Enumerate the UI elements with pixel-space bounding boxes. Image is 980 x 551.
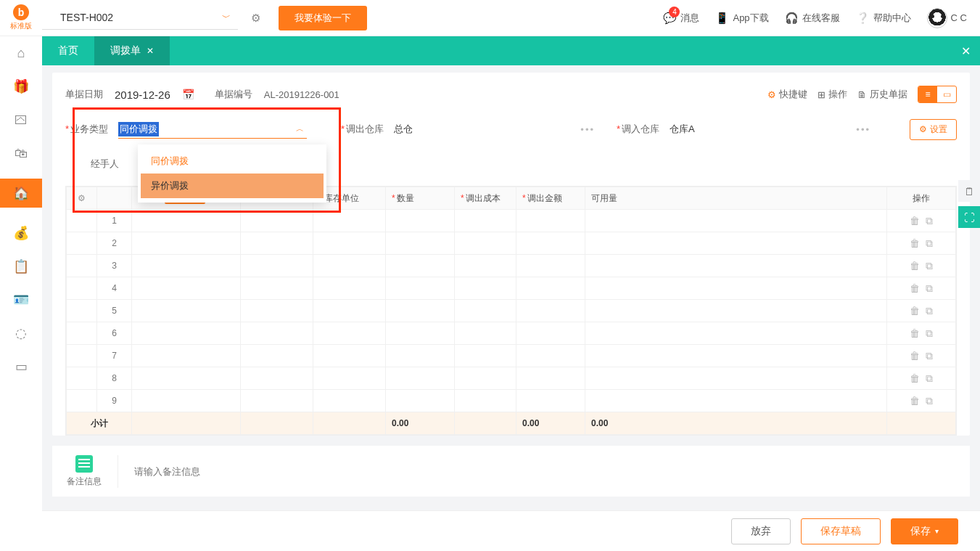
row-copy-icon[interactable]: ⧉ [926,260,933,272]
col-out-cost: *调出成本 [455,187,516,210]
view-toggle: ≡ ▭ [918,86,957,103]
messages-link[interactable]: 💬 消息 4 [663,12,699,25]
table-row[interactable]: 3🗑 ⧉ [67,255,956,277]
table-row[interactable]: 6🗑 ⧉ [67,322,956,345]
table-row[interactable]: 9🗑 ⧉ [67,390,956,412]
try-button[interactable]: 我要体验一下 [279,6,367,30]
out-warehouse-field[interactable]: *调出仓库 总仓 ••• [341,123,617,136]
top-header: b 标准版 TEST-H002 ﹀ ⚙ 我要体验一下 💬 消息 4 📱 App下… [0,0,980,36]
nav-gift-icon[interactable]: 🎁 [13,78,29,94]
save-draft-button[interactable]: 保存草稿 [801,518,881,544]
save-button[interactable]: 保存▾ [891,518,958,544]
float-expand-icon[interactable]: ⛶ [958,206,980,228]
out-warehouse-value: 总仓 [394,123,413,136]
settings-button[interactable]: ⚙设置 [910,119,957,140]
in-warehouse-field[interactable]: *调入仓库 仓库A ••• [617,123,892,136]
user-menu[interactable]: C C [927,8,967,28]
row-delete-icon[interactable]: 🗑 [910,372,920,384]
chevron-down-icon: ▾ [935,527,939,535]
chevron-up-icon: ︿ [296,123,304,134]
table-row[interactable]: 2🗑 ⧉ [67,232,956,255]
calendar-icon[interactable]: 📅 [182,89,194,100]
business-type-dropdown: 同价调拨 异价调拨 [138,144,326,203]
date-label: 单据日期 [65,88,103,101]
col-out-amount: *调出金额 [516,187,585,210]
row-delete-icon[interactable]: 🗑 [910,237,920,249]
discard-button[interactable]: 放弃 [731,518,791,544]
row-copy-icon[interactable]: ⧉ [926,395,933,407]
subtotal-row: 小计 0.00 0.00 0.00 [67,412,956,435]
table-row[interactable]: 1🗑 ⧉ [67,210,956,232]
table-row[interactable]: 7🗑 ⧉ [67,345,956,367]
row-copy-icon[interactable]: ⧉ [926,305,933,317]
org-select[interactable]: TEST-H002 ﹀ [42,7,238,30]
doc-icon: 🗎 [857,89,867,100]
nav-new-icon[interactable]: ▭ [13,359,29,375]
subtotal-amount: 0.00 [516,412,585,435]
tab-transfer-order[interactable]: 调拨单 ✕ [94,36,170,65]
items-table: ⚙ *商品扫码录入 规格型号 *库存单位 *数量 *调出成本 *调出金额 可用量… [66,187,956,435]
nav-clipboard-icon[interactable]: 📋 [13,258,29,274]
col-avail: 可用量 [585,187,887,210]
docno-label: 单据编号 [215,88,252,101]
row-copy-icon[interactable]: ⧉ [926,215,933,226]
view-list-icon[interactable]: ≡ [918,86,937,102]
shortcut-link[interactable]: ⚙快捷键 [767,88,807,101]
messages-label: 消息 [680,12,699,25]
float-note-icon[interactable]: 🗒 [958,180,980,202]
main-panel: 单据日期 2019-12-26 📅 单据编号 AL-20191226-001 ⚙… [42,65,980,551]
row-delete-icon[interactable]: 🗑 [910,327,920,339]
col-operate: 操作 [887,187,956,210]
messages-badge: 4 [669,7,680,17]
row-delete-icon[interactable]: 🗑 [910,305,920,317]
table-row[interactable]: 5🗑 ⧉ [67,300,956,322]
org-settings-icon[interactable]: ⚙ [251,12,260,25]
customer-service-link[interactable]: 🎧 在线客服 [785,12,840,25]
gear-icon: ⚙ [919,124,927,134]
note-icon [75,455,93,473]
more-icon[interactable]: ••• [856,124,870,135]
nav-warehouse-icon[interactable]: 🏠 [0,179,42,208]
nav-house-up-icon[interactable]: ⮹ [13,112,29,128]
docno-value: AL-20191226-001 [264,89,339,100]
history-link[interactable]: 🗎历史单据 [857,88,907,101]
app-download-link[interactable]: 📱 App下载 [715,12,768,25]
row-copy-icon[interactable]: ⧉ [926,327,933,339]
option-same-price[interactable]: 同价调拨 [141,149,324,174]
table-row[interactable]: 8🗑 ⧉ [67,367,956,390]
logo-icon: b [13,4,29,20]
row-copy-icon[interactable]: ⧉ [926,350,933,362]
row-delete-icon[interactable]: 🗑 [910,215,920,226]
nav-bag-icon[interactable]: 🛍 [13,145,29,161]
close-all-tabs-icon[interactable]: ✕ [951,36,980,65]
edition-label: 标准版 [10,21,32,31]
row-delete-icon[interactable]: 🗑 [910,350,920,362]
row-delete-icon[interactable]: 🗑 [910,282,920,294]
grid-icon: ⊞ [818,89,825,100]
row-copy-icon[interactable]: ⧉ [926,372,933,384]
subtotal-label: 小计 [67,412,132,435]
help-link[interactable]: ❔ 帮助中心 [856,12,911,25]
row-copy-icon[interactable]: ⧉ [926,282,933,294]
table-row[interactable]: 4🗑 ⧉ [67,277,956,300]
business-type-select[interactable]: 同价调拨 ︿ [118,120,307,139]
close-tab-icon[interactable]: ✕ [147,46,154,56]
operate-link[interactable]: ⊞操作 [818,88,847,101]
headset-icon: 🎧 [785,12,799,25]
more-icon[interactable]: ••• [580,124,595,135]
nav-sync-icon[interactable]: ◌ [13,325,29,341]
tab-home[interactable]: 首页 [42,36,94,65]
col-settings-icon[interactable]: ⚙ [67,187,97,210]
row-copy-icon[interactable]: ⧉ [926,237,933,249]
view-card-icon[interactable]: ▭ [937,86,956,102]
row-delete-icon[interactable]: 🗑 [910,260,920,272]
nav-idcard-icon[interactable]: 🪪 [13,292,29,308]
nav-money-icon[interactable]: 💰 [13,225,29,241]
row-delete-icon[interactable]: 🗑 [910,395,920,407]
remark-input[interactable] [134,466,955,477]
document-header: 单据日期 2019-12-26 📅 单据编号 AL-20191226-001 ⚙… [65,81,957,107]
date-value[interactable]: 2019-12-26 [115,89,170,101]
option-diff-price[interactable]: 异价调拨 [141,174,324,198]
nav-home-icon[interactable]: ⌂ [13,45,29,61]
chevron-down-icon: ﹀ [222,12,231,24]
